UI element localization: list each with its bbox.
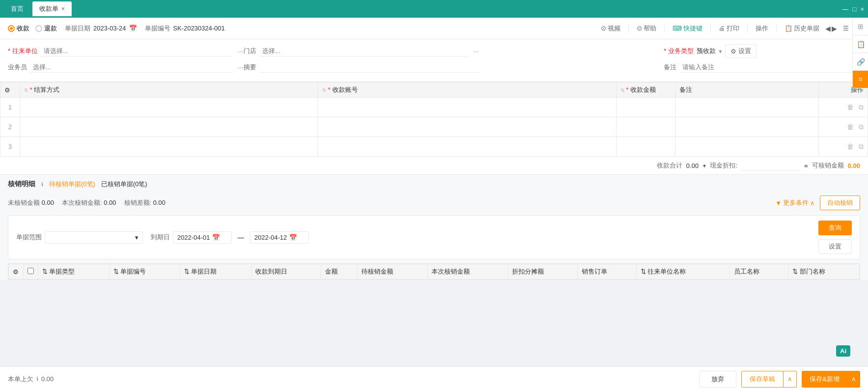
receipt-table: ⚙ ⇅ * 结算方式 ⇅ * 收款账号 ⇅ * 收款金额 [0,82,868,157]
action-help[interactable]: ⊙ 帮助 [637,24,656,33]
equals-sign: = [804,162,808,169]
counterpart-input[interactable] [41,46,233,56]
radio-refund-label: 退款 [44,24,57,33]
col-dept-wo: ⇅ 部门名称 [788,264,860,279]
divider-3 [710,25,711,32]
diff-stat: 核销差额: 0.00 [124,198,166,207]
col-checkbox-wo[interactable] [24,264,38,279]
action-shortcut[interactable]: ⌨ 快捷键 [673,24,703,33]
counterpart-more-btn[interactable]: ··· [238,47,244,55]
footer-actions: 放弃 保存草稿 ∧ 保存&新增 ∧ [699,371,860,388]
row-3-copy-icon[interactable]: ⧉ [859,142,864,150]
action-video[interactable]: ⊙ 视频 [601,24,621,33]
writeoff-title: 核销明细 [8,180,35,189]
nav-next[interactable]: ▶ [832,25,837,32]
doc-range-select[interactable]: ▾ [45,231,143,244]
col-counterpart-wo: ⇅ 往来单位名称 [637,264,730,279]
tab-receipt[interactable]: 收款单 × [32,1,72,16]
writeoff-table-wrapper: ⚙ ⇅ 单据类型 ⇅ 单据编号 ⇅ 单据日期 [8,263,860,280]
auto-cancel-btn[interactable]: 自动核销 [820,196,860,210]
writeoff-stats: 未核销金额 0.00 本次核销金额: 0.00 核销差额: 0.00 ▼ 更多条… [8,193,860,215]
window-maximize-icon[interactable]: □ [853,5,857,13]
date-to-input[interactable]: 2022-04-12 📅 [250,231,309,244]
row-1-copy-icon[interactable]: ⧉ [859,103,864,111]
setting-icon: ⚙ [731,48,736,55]
staff-input[interactable] [30,62,233,73]
tab-home[interactable]: 首页 [4,1,30,16]
discard-btn[interactable]: 放弃 [699,371,736,388]
writeoff-info-icon[interactable]: ℹ [41,181,43,188]
doc-range-arrow: ▾ [135,234,138,241]
info-icon[interactable]: ℹ [36,376,38,382]
store-input[interactable] [259,46,468,56]
save-new-arrow-btn[interactable]: ∧ [847,371,860,388]
due-date-label: 到期日 [151,233,170,242]
row-3-amount[interactable] [616,137,675,157]
radio-receipt[interactable]: 收款 [8,24,29,33]
row-2-note[interactable] [675,117,818,137]
row-1-settlement[interactable] [20,98,318,117]
action-print[interactable]: 🖨 打印 [719,24,739,33]
col-doc-number-wo: ⇅ 单据编号 [109,264,180,279]
sidebar-icon-2[interactable]: 📋 [853,35,868,53]
more-conditions-btn[interactable]: ▼ 更多条件 ∧ [775,198,815,207]
row-1-actions: 🗑 ⧉ [819,98,868,117]
store-more-btn[interactable]: ··· [473,47,479,55]
discount-label: 现金折扣: [710,161,737,170]
row-2-copy-icon[interactable]: ⧉ [859,123,864,131]
action-operate[interactable]: 操作 [756,24,768,33]
sidebar-icon-1[interactable]: ⊞ [853,18,868,35]
tab-done[interactable]: 已核销单据(0笔) [101,180,147,189]
select-all-checkbox[interactable] [27,268,34,274]
tab-close-icon[interactable]: × [61,5,65,12]
row-3-delete-icon[interactable]: 🗑 [847,142,854,150]
sidebar-icon-4[interactable]: ⌗ [853,71,868,88]
divider-2 [664,25,665,32]
row-3-note[interactable] [675,137,818,157]
discount-input[interactable] [741,161,800,170]
ai-badge[interactable]: Ai [836,345,850,357]
row-2-amount[interactable] [616,117,675,137]
business-type-arrow[interactable]: ▾ [719,48,722,55]
row-2-delete-icon[interactable]: 🗑 [847,123,854,131]
col-settings-header[interactable]: ⚙ [0,83,20,98]
form-setting-btn[interactable]: ⚙ 设置 [725,44,757,58]
window-minimize-icon[interactable]: — [842,5,849,13]
form-area: 往来单位 ··· 门店 ··· 业务类型 预收款 ▾ ⚙ 设置 业务员 ··· [0,39,868,82]
row-1-note[interactable] [675,98,818,117]
tab-pending[interactable]: 待核销单据(0笔) [49,180,95,189]
radio-refund[interactable]: 退款 [35,24,57,33]
save-new-btn[interactable]: 保存&新增 [802,371,847,388]
summary-input[interactable] [259,62,479,73]
query-btn[interactable]: 查询 [818,221,852,235]
staff-more-btn[interactable]: ··· [238,63,244,71]
col-settings-wo[interactable]: ⚙ [9,264,24,279]
row-3-account[interactable] [318,137,616,157]
this-order-label: 本单上欠 [8,375,33,384]
row-2-account[interactable] [318,117,616,137]
save-draft-btn[interactable]: 保存草稿 [741,371,784,388]
note-field: 备注 [664,62,860,73]
row-1-num: 1 [0,98,20,117]
window-close-icon[interactable]: × [860,5,864,13]
list-view-icon[interactable]: ☰ [843,25,849,32]
plus-sign: + [703,162,706,169]
sidebar-icon-3[interactable]: 🔗 [853,53,868,71]
row-1-delete-icon[interactable]: 🗑 [847,103,854,111]
save-draft-arrow-btn[interactable]: ∧ [784,371,797,388]
row-1-amount[interactable] [616,98,675,117]
calendar-to-icon: 📅 [289,234,297,241]
row-2-settlement[interactable] [20,117,318,137]
action-history[interactable]: 📋 历史单据 [785,24,819,33]
calendar-icon[interactable]: 📅 [129,25,137,32]
note-input[interactable] [679,62,860,73]
doc-number-value[interactable]: SK-20230324-001 [173,25,225,32]
nav-prev[interactable]: ◀ [825,25,831,32]
settings-btn[interactable]: 设置 [818,239,852,254]
store-label: 门店 [244,47,256,56]
row-1-account[interactable] [318,98,616,117]
doc-date-value[interactable]: 2023-03-24 [93,25,126,32]
row-3-settlement[interactable] [20,137,318,157]
col-amount-header: ⇅ * 收款金额 [616,83,675,98]
date-from-input[interactable]: 2022-04-01 📅 [173,231,232,244]
